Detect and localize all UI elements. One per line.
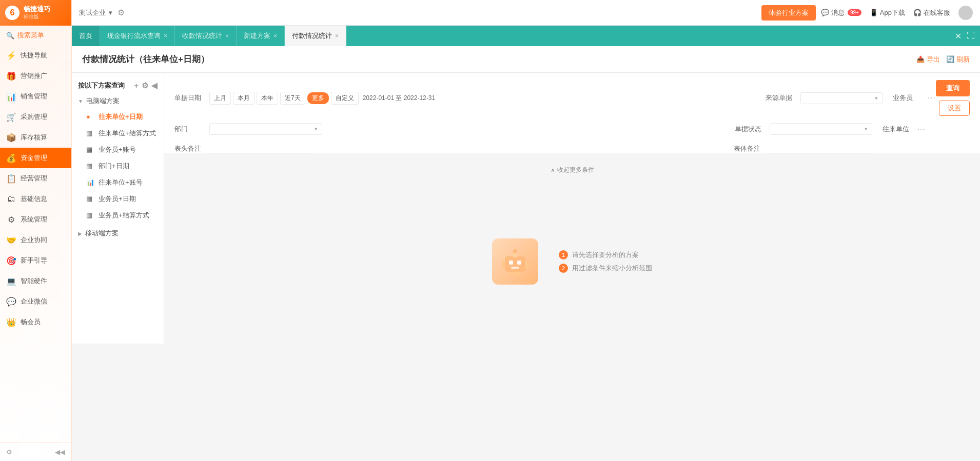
- content-area: 付款情况统计（往来单位+日期） 📤 导出 🔄 刷新 按以下方案查询 +: [72, 46, 980, 461]
- sidebar-item-inventory[interactable]: 📦 库存核算: [0, 127, 71, 148]
- scheme-item-partner-settle[interactable]: ▦ 往来单位+结算方式: [72, 125, 164, 142]
- partner-dots[interactable]: ···: [917, 125, 926, 134]
- sidebar-nav: ⚡ 快捷导航 🎁 营销推广 📊 销售管理 🛒 采购管理 📦 库存核算 💰 资金管…: [0, 45, 71, 443]
- sidebar-item-label: 快捷导航: [21, 51, 47, 60]
- dept-chevron: ▾: [315, 126, 318, 132]
- tip-text-1: 请先选择要分析的方案: [572, 250, 639, 259]
- date-btn-last-7[interactable]: 近7天: [280, 92, 305, 105]
- user-avatar[interactable]: [958, 6, 973, 20]
- tab-payment-stat[interactable]: 付款情况统计 ×: [285, 26, 346, 46]
- filter-row-1: 单据日期 上月 本月 本年 近7天 更多 自定义 2022-01-01 至 20…: [174, 80, 970, 116]
- scheme-item-staff-date[interactable]: ▦ 业务员+日期: [72, 191, 164, 207]
- online-service-label: 在线客服: [924, 8, 950, 17]
- sidebar-item-marketing[interactable]: 🎁 营销推广: [0, 66, 71, 86]
- date-btn-last-month[interactable]: 上月: [209, 92, 231, 105]
- body-note-input[interactable]: [769, 142, 871, 153]
- topbar: 测试企业 ▾ ⚙ 体验行业方案 💬 消息 99+ 📱 App下载 🎧 在线客服: [72, 0, 980, 26]
- dept-select[interactable]: ▾: [209, 123, 322, 135]
- tab-new-scheme[interactable]: 新建方案 ×: [237, 26, 285, 46]
- scheme-item-label: 业务员+账号: [99, 145, 136, 154]
- sidebar-item-guide[interactable]: 🎯 新手引导: [0, 250, 71, 271]
- collapse-bar[interactable]: ∧ 收起更多条件: [164, 161, 980, 179]
- date-btn-this-year[interactable]: 本年: [257, 92, 278, 105]
- sidebar-item-label: 企业协同: [21, 235, 47, 245]
- scheme-item-label: 往来单位+账号: [99, 178, 143, 187]
- scheme-item-staff-account[interactable]: ▦ 业务员+账号: [72, 142, 164, 158]
- tab-bank-flow-close[interactable]: ×: [164, 32, 167, 39]
- sidebar-item-system[interactable]: ⚙ 系统管理: [0, 209, 71, 230]
- source-select[interactable]: ▾: [800, 92, 883, 104]
- sidebar-item-basic[interactable]: 🗂 基础信息: [0, 189, 71, 209]
- scheme-add-btn[interactable]: +: [134, 81, 139, 90]
- tabbar-end: ✕ ⛶: [950, 26, 980, 46]
- sidebar-item-hardware[interactable]: 💻 智能硬件: [0, 271, 71, 291]
- refresh-action[interactable]: 🔄 刷新: [946, 55, 970, 64]
- topbar-settings-icon[interactable]: ⚙: [117, 8, 125, 17]
- sidebar-item-collab[interactable]: 🤝 企业协同: [0, 230, 71, 250]
- app-download-icon: 📱: [870, 9, 878, 16]
- sidebar-item-label: 新手引导: [21, 256, 47, 265]
- scheme-group-pc-label[interactable]: ▼ 电脑端方案: [72, 93, 164, 109]
- staff-date-icon: ▦: [86, 195, 94, 203]
- app-download-action[interactable]: 📱 App下载: [870, 8, 905, 17]
- member-icon: 👑: [6, 317, 16, 327]
- source-chevron: ▾: [875, 95, 878, 102]
- service-icon: 🎧: [913, 9, 922, 16]
- online-service-action[interactable]: 🎧 在线客服: [913, 8, 950, 17]
- scheme-group-mobile-label[interactable]: ▶ 移动端方案: [72, 226, 164, 241]
- tab-expand-icon[interactable]: ⛶: [967, 31, 975, 41]
- scheme-settings-btn[interactable]: ⚙: [142, 81, 148, 90]
- tab-payment-stat-close[interactable]: ×: [335, 32, 339, 39]
- sales-label: 业务员: [893, 93, 928, 103]
- sidebar-item-label: 基础信息: [21, 194, 47, 204]
- sidebar-item-member[interactable]: 👑 畅会员: [0, 312, 71, 332]
- date-btn-this-month[interactable]: 本月: [233, 92, 254, 105]
- export-action[interactable]: 📤 导出: [916, 55, 940, 64]
- sidebar-item-wechat[interactable]: 💬 企业微信: [0, 291, 71, 312]
- logo-icon: 6: [5, 6, 19, 20]
- scheme-item-staff-settle[interactable]: ▦ 业务员+结算方式: [72, 207, 164, 224]
- scheme-item-partner-date[interactable]: ● 往来单位+日期: [72, 109, 164, 125]
- tab-receivable-close[interactable]: ×: [225, 32, 229, 39]
- sidebar-settings-icon[interactable]: ⚙: [6, 448, 12, 456]
- settings-button[interactable]: 设置: [939, 101, 970, 116]
- scheme-collapse-btn[interactable]: ◀: [151, 81, 158, 90]
- sidebar-item-quick-nav[interactable]: ⚡ 快捷导航: [0, 45, 71, 66]
- doc-status-label: 单据状态: [735, 125, 770, 134]
- sidebar-item-sales[interactable]: 📊 销售管理: [0, 86, 71, 107]
- tab-receivable[interactable]: 收款情况统计 ×: [175, 26, 237, 46]
- date-label: 单据日期: [174, 93, 209, 103]
- head-note-input[interactable]: [209, 142, 312, 153]
- sales-dots[interactable]: ···: [928, 93, 936, 103]
- message-action[interactable]: 💬 消息 99+: [821, 8, 861, 17]
- tab-new-scheme-close[interactable]: ×: [273, 32, 277, 39]
- page-title: 付款情况统计（往来单位+日期）: [82, 53, 209, 65]
- org-dropdown-icon: ▾: [109, 9, 112, 16]
- tab-bank-flow[interactable]: 现金银行流水查询 ×: [100, 26, 175, 46]
- date-btn-custom[interactable]: 自定义: [331, 92, 359, 105]
- tab-home[interactable]: 首页: [72, 26, 100, 46]
- sidebar-item-purchase[interactable]: 🛒 采购管理: [0, 107, 71, 127]
- sidebar-item-operation[interactable]: 📋 经营管理: [0, 168, 71, 189]
- sidebar-search[interactable]: 🔍 搜索菜单: [0, 26, 71, 45]
- partner-account-icon: 📊: [86, 178, 94, 187]
- sidebar-item-finance[interactable]: 💰 资金管理: [0, 148, 71, 168]
- purchase-icon: 🛒: [6, 112, 16, 122]
- empty-state-area: 1 请先选择要分析的方案 2 用过滤条件来缩小分析范围: [164, 179, 980, 344]
- sidebar-collapse-icon[interactable]: ◀◀: [55, 448, 65, 456]
- sidebar-item-label: 经营管理: [21, 174, 47, 183]
- scheme-item-partner-account[interactable]: 📊 往来单位+账号: [72, 174, 164, 191]
- filter-main: 单据日期 上月 本月 本年 近7天 更多 自定义 2022-01-01 至 20…: [164, 73, 980, 344]
- doc-status-select[interactable]: ▾: [770, 123, 872, 135]
- date-btn-more[interactable]: 更多: [307, 92, 329, 104]
- partner-label: 往来单位: [883, 125, 917, 134]
- basic-icon: 🗂: [6, 194, 16, 204]
- date-range: 2022-01-01 至 2022-12-31: [363, 94, 435, 103]
- svg-rect-0: [505, 256, 525, 272]
- sidebar-item-label: 库存核算: [21, 133, 47, 142]
- trial-button[interactable]: 体验行业方案: [761, 5, 816, 21]
- org-selector[interactable]: 测试企业 ▾: [79, 8, 112, 17]
- tab-close-all-icon[interactable]: ✕: [955, 31, 962, 41]
- scheme-item-dept-date[interactable]: ▦ 部门+日期: [72, 158, 164, 174]
- query-button[interactable]: 查询: [936, 80, 970, 96]
